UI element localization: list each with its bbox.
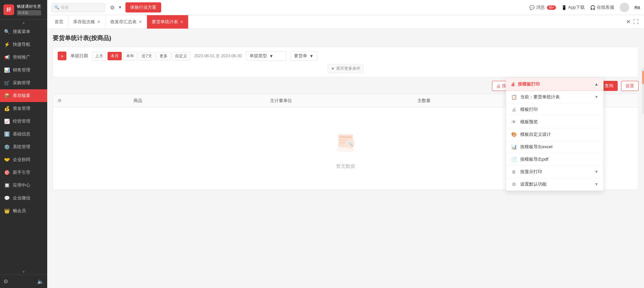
svg-text:🔍: 🔍 — [348, 141, 353, 147]
sidebar-item-business[interactable]: 📈 经营管理 — [0, 115, 47, 128]
template-print-icon: 🖨 — [511, 107, 517, 112]
dropdown-title-area: 🖨 按模板打印 — [511, 81, 540, 87]
dropdown-arrow[interactable]: ▼ — [118, 5, 122, 10]
app-download-btn[interactable]: 📱 App下载 — [561, 4, 585, 10]
filter-row: » 单据日期 上月 本月 本年 近7天 更多 自定义 2023-06-01 至 … — [58, 51, 634, 61]
sidebar-item-inventory[interactable]: 📦 库存核算 — [0, 89, 47, 102]
empty-text: 暂无数据 — [336, 163, 355, 169]
app-logo: 好 畅捷通好生意 标准版 — [0, 0, 47, 20]
app-name: 畅捷通好生意 — [17, 4, 41, 9]
user-name: Rit — [635, 5, 640, 10]
sidebar-item-wecom[interactable]: 💬 企业微信 — [0, 192, 47, 204]
sidebar-item-label: 新手引导 — [13, 169, 30, 175]
purchase-icon: 🛒 — [3, 80, 10, 86]
more-btn[interactable]: 更多 — [156, 52, 171, 60]
prev-month-btn[interactable]: 上月 — [92, 52, 106, 60]
sidebar-item-collab[interactable]: 🤝 企业协同 — [0, 153, 47, 166]
svg-rect-2 — [340, 136, 352, 138]
trial-button[interactable]: 体验行业方案 — [125, 2, 161, 12]
sidebar-item-label: 搜索菜单 — [13, 29, 30, 35]
close-window-icon[interactable]: ✕ — [626, 19, 631, 25]
avatar[interactable] — [620, 3, 629, 12]
scroll-down[interactable]: ▼ — [0, 269, 47, 275]
sidebar-item-label: 企业微信 — [13, 195, 30, 201]
wecom-icon: 💬 — [3, 195, 10, 201]
sidebar-item-sales[interactable]: 📊 销售管理 — [0, 64, 47, 76]
export-excel-label: 按模板导出excel — [520, 144, 552, 150]
current-template-label: 当前：要货单统计表 — [520, 94, 560, 100]
sidebar-item-system[interactable]: ⚙️ 系统管理 — [0, 140, 47, 153]
dropdown-current-template[interactable]: 📋 当前：要货单统计表 ▼ — [506, 91, 603, 103]
date-buttons: 上月 本月 本年 近7天 更多 自定义 — [92, 52, 190, 60]
dropdown-header[interactable]: 🖨 按模板打印 ▲ — [506, 78, 603, 91]
tab-batch-account-close[interactable]: ✕ — [97, 20, 100, 24]
tab-home-label: 首页 — [55, 19, 63, 25]
settings-bottom-icon[interactable]: ⚙ — [3, 278, 8, 285]
download-icon: 📱 — [561, 5, 567, 10]
online-service-btn[interactable]: 🎧 在线客服 — [590, 4, 614, 10]
sidebar-item-label: 基础信息 — [13, 131, 30, 137]
dropdown-set-default[interactable]: ⚙ 设置默认功能 ▼ — [506, 178, 603, 191]
messages-btn[interactable]: 💬 消息 99+ — [529, 4, 556, 10]
yaohuodan-filter[interactable]: 要货单 ▼ — [290, 51, 317, 61]
dropdown-template-design[interactable]: 🎨 模板自定义设计 — [506, 128, 603, 141]
last7days-btn[interactable]: 近7天 — [139, 52, 155, 60]
date-filter-label: 单据日期 — [70, 53, 88, 59]
topbar: 🔍 搜索 ⚙ ▼ 体验行业方案 💬 消息 99+ 📱 App下载 🎧 在线客服 … — [47, 0, 644, 15]
topbar-search[interactable]: 🔍 搜索 — [51, 3, 105, 12]
tabs-bar: 首页 库存批次账 ✕ 收发存汇总表 ✕ 要货单统计表 ✕ ✕ ⛶ — [47, 15, 644, 29]
apps-icon: 🔲 — [3, 183, 10, 188]
dropdown-export-excel[interactable]: 📊 按模板导出excel — [506, 141, 603, 153]
current-template-arrow: ▼ — [594, 95, 598, 99]
dropdown-collapse-icon[interactable]: ▲ — [594, 82, 598, 87]
doc-type-select[interactable]: 单据类型 ▼ — [246, 51, 286, 61]
tab-batch-account[interactable]: 库存批次账 ✕ — [68, 15, 106, 29]
export-pdf-icon: 📄 — [511, 157, 517, 162]
speaker-icon[interactable]: 🔈 — [37, 278, 44, 285]
sidebar-item-quicknav[interactable]: ⚡ 快捷导航 — [0, 38, 47, 51]
search-placeholder: 搜索 — [61, 5, 69, 10]
expand-conditions-btn[interactable]: ▼ 展开更多条件 — [328, 64, 363, 73]
th-settings[interactable]: ⚙ — [53, 98, 66, 103]
sidebar-item-basic[interactable]: ℹ️ 基础信息 — [0, 128, 47, 140]
tab-home[interactable]: 首页 — [50, 15, 68, 29]
dropdown-template-preview[interactable]: 👁 模板预览 — [506, 116, 603, 128]
scroll-up[interactable]: ▲ — [0, 20, 47, 25]
search-icon: 🔍 — [3, 29, 10, 34]
filter-expand-button[interactable]: » — [58, 52, 66, 60]
sidebar-item-member[interactable]: 👑 畅会员 — [0, 204, 47, 217]
logo-icon: 好 — [3, 4, 14, 15]
service-icon: 🎧 — [590, 5, 595, 10]
template-print-label: 模板打印 — [520, 106, 538, 113]
sidebar-item-purchase[interactable]: 🛒 采购管理 — [0, 76, 47, 89]
sidebar-item-marketing[interactable]: 📢 营销推广 — [0, 51, 47, 64]
filter-card: » 单据日期 上月 本月 本年 近7天 更多 自定义 2023-06-01 至 … — [53, 47, 639, 77]
tab-maximize-area: ✕ ⛶ — [623, 19, 641, 25]
tab-collection-summary-close[interactable]: ✕ — [139, 20, 142, 24]
expand-icon: ▼ — [331, 66, 335, 71]
sidebar-item-finance[interactable]: 💰 资金管理 — [0, 102, 47, 115]
sidebar-item-search[interactable]: 🔍 搜索菜单 — [0, 25, 47, 38]
sidebar-item-guide[interactable]: 🎯 新手引导 — [0, 166, 47, 179]
custom-btn[interactable]: 自定义 — [172, 52, 190, 60]
settings-btn[interactable]: 设置 — [621, 81, 639, 91]
template-design-label: 模板自定义设计 — [520, 131, 551, 137]
scrollbar-thumb[interactable] — [642, 71, 644, 84]
this-year-btn[interactable]: 本年 — [123, 52, 137, 60]
tab-order-summary[interactable]: 要货单统计表 ✕ — [147, 15, 188, 29]
member-icon: 👑 — [3, 208, 10, 214]
sidebar-item-label: 快捷导航 — [13, 41, 30, 47]
this-month-btn[interactable]: 本月 — [108, 52, 122, 60]
gear-icon[interactable]: ⚙ — [110, 4, 115, 11]
template-preview-label: 模板预览 — [520, 119, 538, 125]
dropdown-display-print[interactable]: 🖥 按显示打印 ▼ — [506, 166, 603, 178]
tab-collection-summary[interactable]: 收发存汇总表 ✕ — [106, 15, 147, 29]
sidebar: 好 畅捷通好生意 标准版 ▲ 🔍 搜索菜单 ⚡ 快捷导航 📢 营销推广 📊 销售… — [0, 0, 47, 288]
dropdown-template-print[interactable]: 🖨 模板打印 — [506, 103, 603, 116]
dropdown-export-pdf[interactable]: 📄 按模板导出pdf — [506, 153, 603, 166]
tab-order-summary-close[interactable]: ✕ — [180, 20, 183, 24]
empty-illustration: 🔍 — [332, 128, 359, 159]
sidebar-item-apps[interactable]: 🔲 应用中心 — [0, 179, 47, 192]
maximize-icon[interactable]: ⛶ — [633, 19, 639, 25]
system-icon: ⚙️ — [3, 144, 10, 150]
